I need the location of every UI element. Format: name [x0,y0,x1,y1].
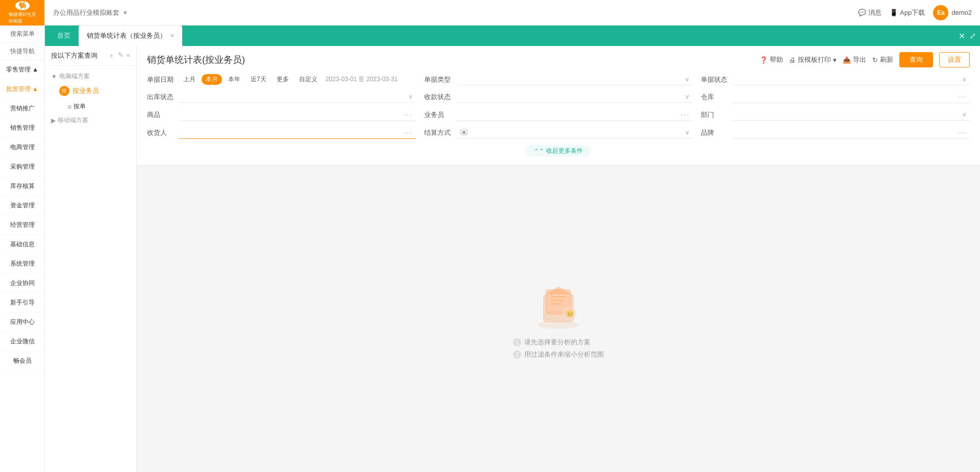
message-label: 消息 [868,8,881,17]
dept-label: 部门 [701,110,729,120]
template-print-btn[interactable]: 🖨 按模板打印 ▾ [789,55,837,64]
stock-status-select[interactable]: ∨ [179,91,416,103]
tip-num-2: 2 [513,350,521,359]
sidebar-item-basic[interactable]: 基础信息 [0,235,44,254]
export-icon: 📤 [843,56,851,64]
export-btn[interactable]: 📤 导出 [843,55,866,64]
salesperson-input[interactable]: ··· [456,108,693,121]
date-btn-more[interactable]: 更多 [273,74,293,85]
sidebar-item-enterprise-wechat[interactable]: 企业微信 [0,332,44,351]
left-panel: 按以下方案查询 ＋ ✎ « ▼ 电脑端方案 按 按业务员 ≡ 按单 [45,46,137,472]
sidebar-item-newcomer[interactable]: 新手引导 [0,293,44,313]
date-btn-7days[interactable]: 近7天 [247,74,271,85]
app-logo: 畅 畅捷通好生意标账版 [0,0,44,26]
sidebar-search-menu[interactable]: 搜索菜单 [0,26,44,43]
sidebar-item-enterprise[interactable]: 企业协同 [0,274,44,293]
sidebar-item-member[interactable]: 畅会员 [0,351,44,371]
collapse-label: 收起更多条件 [546,147,583,155]
dept-select[interactable]: ∨ [733,109,970,121]
collapse-up-icon: ⌃⌃ [534,148,544,155]
tree-item-salesperson[interactable]: 按 按业务员 [45,83,136,99]
message-btn[interactable]: 💬 消息 [858,8,881,17]
user-profile[interactable]: Ea demo2 [933,5,972,20]
date-btn-this-month[interactable]: 本月 [202,74,222,85]
top-right-actions: 💬 消息 📱 App下载 Ea demo2 [858,5,972,20]
payment-status-arrow-icon: ∨ [685,93,690,100]
workspace-selector[interactable]: 办公用品行业模拟账套 ▾ [53,8,127,17]
top-header: 办公用品行业模拟账套 ▾ 💬 消息 📱 App下载 Ea demo2 [45,0,980,26]
recipient-input[interactable]: ··· [179,126,416,139]
user-avatar: Ea [933,5,948,20]
right-panel: 销货单统计表(按业务员) ❓ 帮助 🖨 按模板打印 ▾ 📤 [137,46,980,472]
sidebar-quick-nav[interactable]: 快捷导航 [0,43,44,60]
warehouse-input[interactable]: ··· [733,90,970,103]
panel-header: 按以下方案查询 ＋ ✎ « [45,46,136,66]
sidebar-item-wholesale[interactable]: 批发管理 ▲ [0,80,44,99]
goods-filter-row: 商品 ··· [147,108,416,121]
tab-close-window-icon[interactable]: ✕ [959,31,965,41]
tree-group-mobile[interactable]: ▶ 移动端方案 [45,114,136,127]
sidebar-item-sales[interactable]: 销售管理 [0,119,44,138]
payment-status-select[interactable]: ∨ [456,91,693,103]
dept-arrow-icon: ∨ [962,111,967,118]
sidebar-item-inventory[interactable]: 库存核算 [0,177,44,196]
sidebar-item-ecommerce[interactable]: 电商管理 [0,138,44,157]
page-title: 销货单统计表(按业务员) [147,54,245,66]
logo-icon: 畅 [15,1,30,10]
panel-add-icon[interactable]: ＋ [108,51,115,60]
date-filter-controls: 上月 本月 本年 近7天 更多 自定义 2023-03-01 至 2023-03… [179,74,398,85]
collapse-button[interactable]: ⌃⌃ 收起更多条件 [526,145,591,157]
sidebar-item-retail[interactable]: 零售管理 ▲ [0,60,44,80]
tab-home[interactable]: 首页 [49,26,79,46]
empty-tip-2: 2 用过滤条件来缩小分析范围 [513,350,604,359]
order-icon: ≡ [67,103,71,111]
payment-status-label: 收款状态 [424,92,452,102]
refresh-btn[interactable]: ↻ 刷新 [872,55,893,64]
date-btn-custom[interactable]: 自定义 [295,74,322,85]
app-download-label: App下载 [900,8,925,17]
date-btn-this-year[interactable]: 本年 [224,74,244,85]
payment-status-filter-row: 收款状态 ∨ [424,90,693,103]
settlement-select[interactable]: × ∨ [456,127,693,138]
sidebar-item-system[interactable]: 系统管理 [0,254,44,274]
app-download-btn[interactable]: 📱 App下载 [890,8,925,17]
tree-group-desktop-arrow: ▼ [51,73,57,80]
sidebar-item-finance[interactable]: 资金管理 [0,196,44,216]
panel-edit-icon[interactable]: ✎ [118,51,124,60]
tree-group-mobile-label: 移动端方案 [58,116,88,125]
tab-restore-icon[interactable]: ⤢ [969,31,976,41]
order-type-select[interactable]: ∨ [456,74,693,85]
date-btn-last-month[interactable]: 上月 [179,74,200,85]
filter-row-2: 出库状态 ∨ 收款状态 ∨ [147,90,970,103]
sidebar-item-marketing[interactable]: 营销推广 [0,99,44,119]
order-type-label: 单据类型 [424,75,452,84]
order-type-filter-row: 单据类型 ∨ [424,74,693,85]
salesperson-filter-label: 业务员 [424,110,452,120]
tree-sub-item-order-label: 按单 [74,102,86,111]
salesperson-icon: 按 [59,86,69,96]
sidebar-item-purchase[interactable]: 采购管理 [0,157,44,177]
settlement-arrow-icon: ∨ [685,129,690,136]
brand-input[interactable]: ··· [733,126,970,139]
template-print-label: 按模板打印 [798,55,831,64]
tab-close-icon[interactable]: × [170,32,174,39]
order-status-label: 单据状态 [701,75,729,84]
sidebar-item-operations[interactable]: 经营管理 [0,216,44,235]
settlement-label: 结算方式 [424,128,452,137]
sidebar-item-app-center[interactable]: 应用中心 [0,313,44,332]
settlement-close-icon[interactable]: × [462,129,465,135]
help-btn[interactable]: ❓ 帮助 [760,55,783,64]
panel-collapse-icon[interactable]: « [127,51,130,60]
query-button[interactable]: 查询 [899,52,933,67]
tab-sales-stats[interactable]: 销货单统计表（按业务员） × [79,26,182,46]
logo-text: 畅捷通好生意标账版 [9,11,36,25]
goods-input[interactable]: ··· [179,108,416,121]
settings-button[interactable]: 设置 [939,52,970,67]
print-icon: 🖨 [789,56,796,64]
order-type-arrow-icon: ∨ [685,76,690,83]
tree-sub-item-order[interactable]: ≡ 按单 [45,99,136,114]
sidebar: 畅 畅捷通好生意标账版 搜索菜单 快捷导航 零售管理 ▲ 批发管理 ▲ 营销推广… [0,0,45,472]
date-filter-label: 单据日期 [147,75,175,84]
order-status-select[interactable]: ∨ [733,74,970,85]
refresh-icon: ↻ [872,56,878,64]
